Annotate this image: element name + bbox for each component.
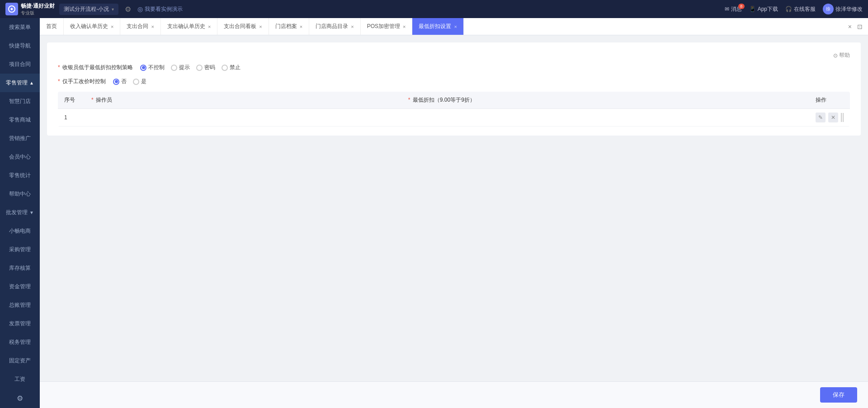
- manual-price-row: * 仅手工改价时控制 否 是: [58, 78, 850, 85]
- help-button[interactable]: ⊙ 帮助: [833, 52, 850, 59]
- sidebar-item-invoice[interactable]: 发票管理: [0, 314, 40, 333]
- sidebar-item-help[interactable]: 帮助中心: [0, 185, 40, 203]
- tab-pos-password[interactable]: POS加密管理 ×: [361, 18, 413, 35]
- sidebar-label-project: 项目合同: [9, 61, 31, 68]
- sidebar-item-ledger[interactable]: 总账管理: [0, 296, 40, 314]
- radio-no-control[interactable]: 不控制: [140, 64, 165, 71]
- sidebar-item-capital[interactable]: 资金管理: [0, 277, 40, 296]
- sidebar-label-retail: 零售管理: [6, 79, 28, 87]
- sidebar-label-purchase: 采购管理: [9, 246, 31, 253]
- top-bar-left: 畅捷·通好业财 专业版 测试分开流程-小况 ▾ ⚙ ◎ 我要看实例演示: [5, 2, 183, 16]
- cell-operator[interactable]: [85, 109, 402, 127]
- manual-price-radio-group: 否 是: [113, 78, 146, 85]
- retail-arrow-icon: ▲: [29, 80, 34, 85]
- form-card: ⊙ 帮助 * 收银员低于最低折扣控制策略 不控制: [47, 42, 861, 136]
- sidebar-item-project[interactable]: 项目合同: [0, 55, 40, 74]
- tab-close-income-confirm[interactable]: ×: [111, 24, 113, 29]
- logo-icon: [5, 3, 18, 15]
- radio-password[interactable]: 密码: [196, 64, 215, 71]
- tab-close-pos-password[interactable]: ×: [403, 24, 406, 29]
- sidebar-item-fixed-assets[interactable]: 固定资产: [0, 352, 40, 370]
- cashier-policy-radio-group: 不控制 提示 密码 禁止: [140, 64, 241, 71]
- cell-min-discount[interactable]: [402, 109, 809, 127]
- th-min-discount: * 最低折扣（9.00等于9折）: [402, 92, 809, 109]
- sidebar-item-marketing[interactable]: 营销推广: [0, 129, 40, 148]
- sidebar-item-retail-mall[interactable]: 零售商城: [0, 111, 40, 129]
- tab-home[interactable]: 首页: [40, 18, 64, 35]
- tab-payment-confirm[interactable]: 支出确认单历史 ×: [161, 18, 217, 35]
- sidebar-item-ecommerce[interactable]: 小畅电商: [0, 222, 40, 240]
- row-edit-button[interactable]: ✎: [816, 113, 826, 122]
- save-button[interactable]: 保存: [820, 387, 857, 403]
- cashier-policy-label: * 收银员低于最低折扣控制策略: [58, 64, 133, 71]
- tab-min-discount[interactable]: 最低折扣设置 ×: [412, 18, 463, 35]
- radio-manual-yes[interactable]: 是: [133, 78, 146, 85]
- topbar-settings-button[interactable]: ⚙: [123, 3, 133, 15]
- sidebar-label-marketing: 营销推广: [9, 135, 31, 142]
- tab-close-payment-contract[interactable]: ×: [151, 24, 154, 29]
- radio-no-control-circle: [140, 65, 146, 71]
- sidebar-item-member[interactable]: 会员中心: [0, 148, 40, 166]
- sidebar-label-invoice: 发票管理: [9, 320, 31, 328]
- manual-price-label: * 仅手工改价时控制: [58, 78, 106, 85]
- radio-manual-no[interactable]: 否: [113, 78, 127, 85]
- tab-close-payment-board[interactable]: ×: [259, 24, 262, 29]
- tab-expand-button[interactable]: ⊡: [856, 22, 863, 31]
- tab-bar-actions: × ⊡: [843, 22, 868, 31]
- sidebar-item-inventory[interactable]: 库存核算: [0, 259, 40, 277]
- sidebar-label-wholesale: 批发管理: [6, 209, 28, 216]
- cell-seq: 1: [58, 109, 85, 127]
- page-content: ⊙ 帮助 * 收银员低于最低折扣控制策略 不控制: [40, 35, 868, 381]
- tab-store-product[interactable]: 门店商品目录 ×: [309, 18, 360, 35]
- sidebar-item-smart-store[interactable]: 智慧门店: [0, 92, 40, 111]
- tab-store-file[interactable]: 门店档案 ×: [269, 18, 309, 35]
- discount-table-card: 序号 * 操作员 * 最低折扣（9.00等于9折）: [58, 92, 850, 127]
- discount-table: 序号 * 操作员 * 最低折扣（9.00等于9折）: [58, 92, 850, 127]
- wholesale-arrow-icon: ▼: [29, 210, 34, 215]
- tab-payment-board[interactable]: 支出合同看板 ×: [217, 18, 269, 35]
- sidebar-item-purchase[interactable]: 采购管理: [0, 240, 40, 259]
- sidebar-label-capital: 资金管理: [9, 283, 31, 291]
- content-area: 首页 收入确认单历史 × 支出合同 × 支出确认单历史 × 支出合同看板 × 门…: [40, 18, 868, 408]
- sidebar-settings-button[interactable]: ⚙: [0, 389, 40, 408]
- row-actions: ✎ ✕: [816, 113, 844, 122]
- row-delete-button[interactable]: ✕: [828, 113, 838, 122]
- logo-text: 畅捷·通好业财 专业版: [21, 2, 55, 16]
- tab-close-payment-confirm[interactable]: ×: [208, 24, 211, 29]
- sidebar-item-shortcut[interactable]: 快捷导航: [0, 37, 40, 55]
- tab-income-confirm[interactable]: 收入确认单历史 ×: [64, 18, 120, 35]
- radio-password-circle: [196, 65, 203, 71]
- sidebar-item-tax[interactable]: 税务管理: [0, 333, 40, 352]
- th-seq: 序号: [58, 92, 85, 109]
- tab-close-store-product[interactable]: ×: [351, 24, 354, 29]
- tab-payment-contract[interactable]: 支出合同 ×: [120, 18, 160, 35]
- radio-forbidden[interactable]: 禁止: [222, 64, 241, 71]
- radio-forbidden-circle: [222, 65, 228, 71]
- row-drag-handle[interactable]: [841, 113, 844, 122]
- sidebar-label-member: 会员中心: [9, 153, 31, 161]
- message-button[interactable]: ✉ 消息 8: [725, 5, 742, 13]
- sidebar-label-retail-stats: 零售统计: [9, 172, 31, 179]
- sidebar: 搜索菜单 快捷导航 项目合同 零售管理 ▲ 智慧门店 零售商城 营销推广 会员中…: [0, 18, 40, 408]
- sidebar-item-retail-stats[interactable]: 零售统计: [0, 166, 40, 185]
- main-layout: 搜索菜单 快捷导航 项目合同 零售管理 ▲ 智慧门店 零售商城 营销推广 会员中…: [0, 18, 868, 408]
- sidebar-label-shortcut: 快捷导航: [9, 42, 31, 50]
- customer-service-button[interactable]: 🎧 在线客服: [785, 5, 816, 13]
- message-badge: 8: [738, 4, 745, 9]
- tab-close-min-discount[interactable]: ×: [454, 24, 457, 29]
- message-icon: ✉: [725, 6, 729, 12]
- sidebar-item-wholesale[interactable]: 批发管理 ▼: [0, 203, 40, 222]
- sidebar-item-payroll[interactable]: 工资: [0, 370, 40, 389]
- sidebar-label-search: 搜索菜单: [9, 23, 31, 31]
- sidebar-item-retail[interactable]: 零售管理 ▲: [0, 74, 40, 92]
- tab-close-store-file[interactable]: ×: [300, 24, 302, 29]
- sidebar-item-search[interactable]: 搜索菜单: [0, 18, 40, 37]
- app-download-button[interactable]: 📱 App下载: [749, 5, 778, 13]
- radio-manual-yes-circle: [133, 79, 139, 85]
- tab-close-all-button[interactable]: ×: [847, 22, 853, 31]
- sidebar-label-ecommerce: 小畅电商: [9, 227, 31, 235]
- user-profile-button[interactable]: 徐 徐泽华修改: [823, 4, 863, 14]
- demo-link[interactable]: ◎ 我要看实例演示: [137, 5, 183, 13]
- radio-hint[interactable]: 提示: [171, 64, 190, 71]
- project-selector[interactable]: 测试分开流程-小况 ▾: [59, 4, 118, 15]
